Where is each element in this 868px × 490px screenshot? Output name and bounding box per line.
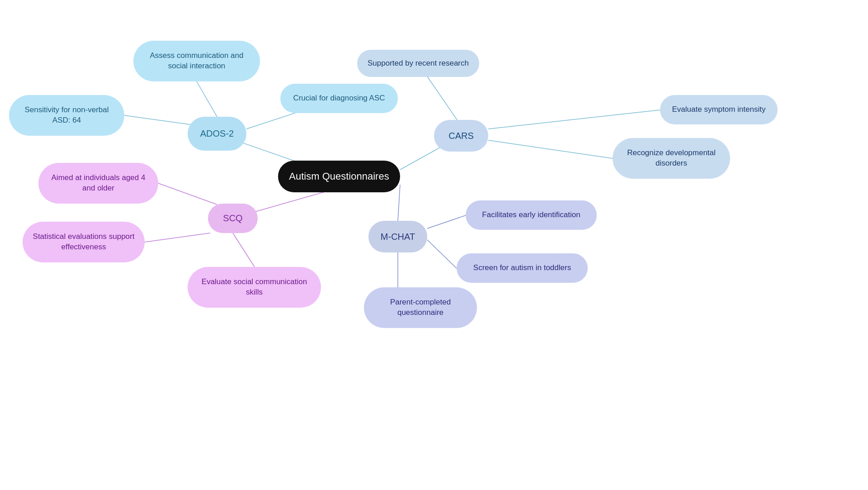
eval-social-label: Evaluate social communication skills: [198, 277, 311, 298]
svg-line-13: [427, 215, 466, 228]
evaluate-sym-node: Evaluate symptom intensity: [660, 95, 778, 124]
svg-line-14: [427, 240, 457, 268]
svg-line-6: [488, 110, 660, 129]
aimed-label: Aimed at individuals aged 4 and older: [48, 173, 148, 194]
center-node: Autism Questionnaires: [278, 161, 400, 192]
statistical-node: Statistical evaluations support effectiv…: [23, 222, 145, 262]
sensitivity-label: Sensitivity for non-verbal ASD: 64: [19, 105, 114, 126]
cars-label: CARS: [448, 130, 474, 142]
svg-line-12: [398, 185, 400, 221]
supported-label: Supported by recent research: [368, 58, 469, 69]
screen-node: Screen for autism in toddlers: [457, 253, 588, 283]
eval-social-node: Evaluate social communication skills: [188, 267, 321, 308]
aimed-node: Aimed at individuals aged 4 and older: [38, 163, 158, 204]
svg-line-10: [145, 233, 210, 242]
assess-node: Assess communication and social interact…: [133, 41, 260, 81]
ados2-hub[interactable]: ADOS-2: [188, 117, 246, 151]
svg-line-9: [158, 183, 217, 205]
scq-label: SCQ: [223, 212, 242, 224]
sensitivity-node: Sensitivity for non-verbal ASD: 64: [9, 95, 124, 136]
mchat-label: M-CHAT: [381, 231, 415, 243]
cars-hub[interactable]: CARS: [434, 120, 488, 152]
svg-line-11: [233, 233, 255, 267]
statistical-label: Statistical evaluations support effectiv…: [33, 232, 135, 252]
svg-line-7: [488, 140, 613, 158]
parent-node: Parent-completed questionnaire: [364, 287, 477, 328]
ados2-label: ADOS-2: [200, 128, 234, 140]
evaluate-sym-label: Evaluate symptom intensity: [672, 105, 766, 115]
assess-label: Assess communication and social interact…: [143, 51, 250, 71]
mchat-hub[interactable]: M-CHAT: [368, 221, 427, 252]
svg-line-1: [197, 81, 217, 117]
recognize-label: Recognize developmental disorders: [623, 148, 720, 169]
screen-label: Screen for autism in toddlers: [473, 263, 571, 273]
recognize-node: Recognize developmental disorders: [613, 138, 730, 179]
center-label: Autism Questionnaires: [289, 170, 389, 183]
supported-node: Supported by recent research: [357, 50, 479, 77]
facilitates-node: Facilitates early identification: [466, 200, 597, 230]
parent-label: Parent-completed questionnaire: [374, 297, 467, 318]
crucial-node: Crucial for diagnosing ASC: [280, 84, 398, 113]
facilitates-label: Facilitates early identification: [482, 210, 580, 220]
crucial-label: Crucial for diagnosing ASC: [293, 93, 385, 104]
scq-hub[interactable]: SCQ: [208, 204, 258, 233]
